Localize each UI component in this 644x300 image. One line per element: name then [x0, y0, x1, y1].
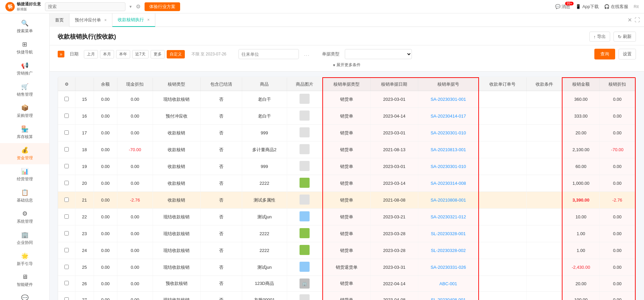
td-checkbox[interactable] — [58, 125, 75, 141]
doc-no-link[interactable]: SA-20230414-017 — [431, 114, 466, 119]
td-checkbox[interactable] — [58, 209, 75, 225]
sidebar-item-operations[interactable]: 📊 经营管理 — [0, 164, 49, 185]
td-writeoff-amount: 1,000.00 — [562, 175, 599, 192]
tab-prepay-close-icon[interactable]: × — [104, 18, 107, 23]
td-doc-type: 销货单 — [323, 209, 371, 225]
filter-btn-last-month[interactable]: 上月 — [84, 50, 98, 58]
sidebar-item-finance[interactable]: 💰 资金管理 — [0, 143, 49, 164]
td-balance: 0.00 — [94, 276, 117, 292]
doc-no-link[interactable]: SA-20230331-026 — [431, 265, 466, 270]
td-balance: 0.00 — [94, 292, 117, 300]
app-download-link[interactable]: 📱 App下载 — [576, 4, 599, 10]
refresh-button[interactable]: ↻ 刷新 — [613, 32, 636, 42]
sidebar-item-inventory[interactable]: 🏪 库存核算 — [0, 122, 49, 143]
doc-no-link[interactable]: SL-20230408-001 — [431, 297, 466, 300]
td-checkbox[interactable] — [58, 175, 75, 192]
td-seq: 24 — [75, 242, 94, 259]
filter-doc-type-label: 单据类型 — [322, 51, 339, 57]
tab-writeoff-close-icon[interactable]: × — [147, 17, 150, 22]
tab-prepay-label: 预付冲应付单 — [75, 17, 101, 23]
sidebar-item-purchase[interactable]: 📦 采购管理 — [0, 101, 49, 122]
doc-no-link[interactable]: SA-20230301-001 — [431, 97, 466, 102]
td-checkbox[interactable] — [58, 91, 75, 108]
user-name: Rit — [634, 4, 639, 9]
sidebar-item-system[interactable]: ⚙ 系统管理 — [0, 207, 49, 228]
settings-gear-icon[interactable]: ⚙ — [136, 3, 141, 10]
home-tab-label: 首页 — [55, 17, 64, 23]
doc-no-link[interactable]: SL-20230328-002 — [431, 248, 466, 253]
expand-more-button[interactable]: ▾ 展开更多条件 — [333, 62, 361, 68]
doc-no-link[interactable]: SA-20230321-012 — [431, 214, 466, 219]
td-checkbox[interactable] — [58, 225, 75, 242]
sidebar-item-hardware[interactable]: 🖥 智能硬件 — [0, 270, 49, 291]
doc-no-link[interactable]: SA-20210808-001 — [431, 198, 466, 203]
from-unit-input[interactable] — [238, 49, 299, 59]
doc-no-link[interactable]: ABC-001 — [439, 281, 457, 286]
td-product: 衣服00001 — [242, 292, 287, 300]
filter-btn-7days[interactable]: 近7天 — [132, 50, 149, 58]
td-doc-type: 销货单 — [323, 125, 371, 141]
td-writeoff-type: 收款核销 — [153, 192, 200, 209]
td-checkbox[interactable] — [58, 141, 75, 158]
td-doc-date: 2023-03-21 — [371, 209, 418, 225]
sidebar-item-wechat[interactable]: 💬 企业微信 — [0, 291, 49, 300]
sidebar-item-search[interactable]: 🔍 搜索菜单 — [0, 16, 49, 37]
td-checkbox[interactable] — [58, 192, 75, 209]
doc-no-link[interactable]: SA-20230314-008 — [431, 181, 466, 186]
query-button[interactable]: 查询 — [594, 49, 615, 59]
filter-expand-button[interactable]: » — [58, 51, 64, 57]
tab-writeoff[interactable]: 收款核销执行 × — [112, 13, 155, 27]
table-row: 23 0.00 0.00 现结收款核销 否 2222 销货单 2023-03-2… — [58, 225, 635, 242]
sidebar-item-guide[interactable]: 🌟 新手引导 — [0, 249, 49, 270]
doc-type-select[interactable] — [345, 49, 412, 59]
setting-button[interactable]: 设置 — [619, 49, 636, 59]
header-row: ⚙ 余额 现金折扣 核销类型 包含已结清 商品 商品图片 核销单据类型 核销单据… — [58, 78, 635, 91]
doc-no-link[interactable]: SA-20210813-001 — [431, 147, 466, 152]
tab-prepay[interactable]: 预付冲应付单 × — [69, 13, 112, 27]
table-row: 24 0.00 0.00 现结收款核销 否 2222 销货单 2023-03-2… — [58, 242, 635, 259]
filter-btn-more[interactable]: 更多 — [151, 50, 165, 58]
column-settings-icon[interactable]: ⚙ — [65, 82, 69, 87]
td-receipt-order-no — [479, 259, 527, 276]
td-cash-discount: -2.76 — [117, 192, 153, 209]
td-checkbox[interactable] — [58, 242, 75, 259]
message-icon-area[interactable]: 💬 消息 99+ — [555, 4, 571, 10]
td-receipt-condition — [527, 108, 562, 125]
td-writeoff-amount: 100.00 — [562, 292, 599, 300]
doc-no-link[interactable]: SA-20230301-010 — [431, 164, 466, 169]
td-checkbox[interactable] — [58, 292, 75, 300]
td-checkbox[interactable] — [58, 108, 75, 125]
filter-btn-this-month[interactable]: 本月 — [100, 50, 114, 58]
tab-home[interactable]: 首页 — [50, 13, 69, 27]
td-seq: 16 — [75, 108, 94, 125]
top-search-input[interactable] — [45, 2, 125, 11]
td-receipt-order-no — [479, 175, 527, 192]
td-include-settled: 否 — [200, 259, 242, 276]
sidebar-item-marketing[interactable]: 📢 营销推广 — [0, 58, 49, 80]
online-service-link[interactable]: 🎧 在线客服 — [604, 4, 628, 10]
td-doc-type: 销货单 — [323, 175, 371, 192]
td-product-img — [287, 91, 323, 108]
doc-no-link[interactable]: SL-20230328-001 — [431, 231, 466, 236]
td-receipt-order-no — [479, 209, 527, 225]
dropdown-chevron-icon[interactable]: ▾ — [129, 4, 132, 9]
industry-solution-button[interactable]: 体验行业方案 — [145, 2, 180, 11]
sidebar-item-basic[interactable]: 📋 基础信息 — [0, 185, 49, 207]
td-receipt-order-no — [479, 276, 527, 292]
td-checkbox[interactable] — [58, 259, 75, 276]
th-cash-discount: 现金折扣 — [117, 78, 153, 91]
td-checkbox[interactable] — [58, 158, 75, 175]
sidebar-item-sales[interactable]: 🛒 销售管理 — [0, 80, 49, 101]
doc-no-link[interactable]: SA-20230301-010 — [431, 130, 466, 135]
export-button[interactable]: ↑ 导出 — [589, 32, 610, 42]
th-gear[interactable]: ⚙ — [58, 78, 75, 91]
td-writeoff-amount: 1.00 — [562, 242, 599, 259]
maximize-window-icon[interactable]: ⛶ — [635, 17, 640, 23]
content-area: 收款核销执行(按收款) ↑ 导出 ↻ 刷新 » 日期 — [50, 27, 644, 300]
filter-btn-custom[interactable]: 自定义 — [167, 50, 185, 58]
close-window-icon[interactable]: ✕ — [628, 17, 632, 23]
sidebar-item-enterprise[interactable]: 🏢 企业协同 — [0, 228, 49, 249]
filter-btn-this-year[interactable]: 本年 — [116, 50, 130, 58]
td-checkbox[interactable] — [58, 276, 75, 292]
sidebar-item-quicknav[interactable]: ⊞ 快捷导航 — [0, 37, 49, 58]
